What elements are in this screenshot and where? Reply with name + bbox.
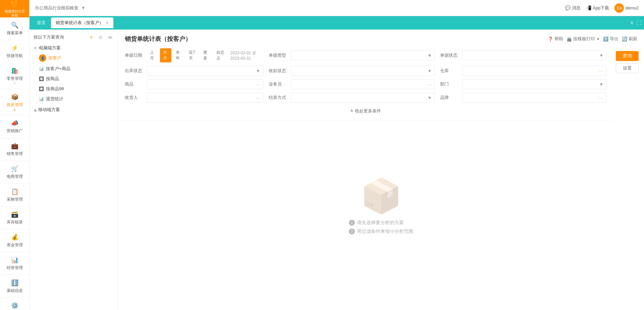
empty-illustration: 📦: [360, 176, 402, 216]
hint-text-1: 请先选择要分析的方案: [357, 220, 404, 226]
topbar-right: 💬 消息 📲 App下载 Ea demo2: [565, 3, 639, 13]
collapse-panel-btn[interactable]: ≪: [106, 34, 114, 41]
quick-nav-icon: ⚡: [11, 44, 18, 52]
sales-mgmt-icon: 💼: [11, 142, 18, 150]
salesperson-input[interactable]: ···: [291, 79, 435, 89]
warehouse-input[interactable]: ···: [462, 66, 606, 76]
order-type-select[interactable]: ▼: [291, 50, 435, 60]
order-type-label: 单据类型: [269, 52, 289, 58]
warehouse-dots: ···: [599, 68, 603, 73]
order-type-arrow: ▼: [428, 53, 432, 58]
main-area: 办公用品行业模拟账套 ▼ 💬 消息 📲 App下载 Ea demo2 首页: [30, 0, 644, 310]
sidebar-item-quick-nav[interactable]: ⚡ 快捷导航: [0, 40, 30, 63]
salesperson-dots: ···: [427, 82, 432, 87]
page-title: 销货单统计表（按客户）: [125, 35, 191, 43]
sidebar-item-wholesale[interactable]: 📦 批发管理 ▲: [0, 89, 30, 115]
topbar-left: 办公用品行业模拟账套 ▼: [35, 5, 86, 11]
brand-input[interactable]: ···: [462, 93, 606, 103]
message-btn[interactable]: 💬 消息: [565, 5, 581, 11]
dropdown-arrow-icon[interactable]: ▼: [81, 5, 86, 10]
hint-text-2: 用过滤条件来缩小分析范围: [357, 228, 413, 235]
window-controls: ✕ ⛶: [630, 20, 641, 25]
tree-group-desktop[interactable]: ▼ 电脑端方案: [30, 44, 118, 52]
by-customer-product-icon: 📊: [39, 66, 44, 71]
tree-item-by-product-99[interactable]: 🔲 按商品99: [30, 84, 118, 94]
brand-dots: ···: [599, 95, 603, 100]
sidebar-item-system[interactable]: ⚙️ 系统管理: [0, 298, 30, 310]
sidebar-item-ecommerce[interactable]: 🛒 电商管理: [0, 161, 30, 184]
industry-label: 办公用品行业模拟账套: [35, 5, 78, 11]
content-area: 按以下方案查询 + ⊙ ≪ ▼ 电脑端方案 👤 按客户 📊 按客户+商品: [30, 30, 644, 310]
sidebar-item-sales-mgmt[interactable]: 💼 销售管理: [0, 138, 30, 161]
sidebar-item-marketing[interactable]: 📣 营销推广: [0, 115, 30, 138]
empty-hint-1: 1 请先选择要分析的方案: [349, 220, 413, 226]
collect-status-select[interactable]: ▼: [291, 66, 435, 76]
tree-item-by-customer-product[interactable]: 📊 按客户+商品: [30, 64, 118, 74]
sidebar-item-inventory[interactable]: 🗃️ 库存核算: [0, 207, 30, 229]
out-status-select[interactable]: ▼: [147, 66, 263, 76]
tree-group-label-mobile: 移动端方案: [38, 107, 60, 113]
user-profile[interactable]: Ea demo2: [614, 3, 639, 13]
filter-department-col: 部门 ▼: [440, 79, 606, 89]
sidebar-item-purchase[interactable]: 📋 采购管理: [0, 184, 30, 207]
filter-settlement-col: 结算方式 ▼: [269, 93, 435, 103]
sidebar: 🧡 畅捷通好生意 标版 🔍 搜索菜单 ⚡ 快捷导航 🛍️ 零售管理 ▼ 📦 批发…: [0, 0, 30, 310]
window-maximize-icon[interactable]: ⛶: [637, 20, 641, 25]
tab-close-icon[interactable]: ✕: [106, 21, 109, 25]
collapse-row[interactable]: ∧ 收起更多条件: [125, 106, 606, 116]
tree-item-by-product[interactable]: 🔲 按商品: [30, 74, 118, 84]
settlement-select[interactable]: ▼: [291, 93, 435, 103]
refresh-icon: 🔄: [622, 37, 627, 42]
date-btn-custom[interactable]: 自定义: [213, 48, 228, 62]
order-status-arrow: ▼: [599, 53, 603, 58]
date-btn-this-year[interactable]: 本年: [173, 48, 184, 62]
tree-arrow-mobile: ▶: [33, 108, 37, 111]
filter-out-status-col: 出库状态 ▼: [125, 66, 263, 76]
tree-item-by-customer[interactable]: 👤 按客户: [30, 52, 118, 64]
export-btn[interactable]: ⬆️ 导出: [603, 36, 619, 42]
sidebar-item-operations[interactable]: 📊 经营管理: [0, 252, 30, 275]
filter-date-col: 单据日期 上月 本月 本年 近7天 更多 自定义 2023-03-01 至 20…: [125, 48, 263, 62]
empty-hints: 1 请先选择要分析的方案 2 用过滤条件来缩小分析范围: [349, 220, 413, 235]
date-btn-this-month[interactable]: 本月: [160, 48, 172, 62]
date-btn-last-7[interactable]: 近7天: [186, 48, 199, 62]
action-buttons: 查询 设置: [613, 46, 644, 120]
date-btn-last-month[interactable]: 上月: [147, 48, 159, 62]
query-button[interactable]: 查询: [616, 51, 639, 61]
order-status-select[interactable]: ▼: [462, 50, 606, 60]
out-status-label: 出库状态: [125, 68, 145, 74]
refresh-btn[interactable]: 🔄 刷新: [622, 36, 637, 42]
receiver-input[interactable]: ···: [147, 93, 263, 103]
date-btn-more[interactable]: 更多: [200, 48, 212, 62]
tree-item-return-stats[interactable]: 📊 退货统计: [30, 94, 118, 104]
tree-group-mobile[interactable]: ▶ 移动端方案: [30, 105, 118, 114]
by-product-icon: 🔲: [39, 76, 44, 81]
sidebar-item-search-menu[interactable]: 🔍 搜索菜单: [0, 17, 30, 40]
edit-scheme-btn[interactable]: ⊙: [97, 34, 104, 41]
department-select[interactable]: ▼: [462, 79, 606, 89]
template-print-btn[interactable]: 🖨️ 按模板打印 ▼: [567, 36, 600, 42]
hint-num-2: 2: [349, 228, 355, 235]
filter-collect-status-col: 收款状态 ▼: [269, 66, 435, 76]
product-input[interactable]: ···: [147, 79, 263, 89]
wholesale-icon: 📦: [11, 93, 18, 101]
app-download-btn[interactable]: 📲 App下载: [586, 5, 609, 11]
sidebar-item-retail[interactable]: 🛍️ 零售管理 ▼: [0, 63, 30, 89]
sidebar-item-basic-info[interactable]: ℹ️ 基础信息: [0, 275, 30, 298]
tree-arrow-desktop: ▼: [34, 46, 37, 50]
filter-warehouse-col: 仓库 ···: [440, 66, 606, 76]
add-scheme-btn[interactable]: +: [88, 34, 95, 41]
app-download-icon: 📲: [586, 5, 591, 10]
basic-info-icon: ℹ️: [11, 279, 18, 287]
help-btn[interactable]: ❓ 帮助: [548, 36, 563, 42]
window-close-icon[interactable]: ✕: [630, 20, 634, 25]
tab-sales-stats[interactable]: 销货单统计表（按客户） ✕: [51, 17, 113, 28]
collect-status-arrow: ▼: [428, 68, 432, 73]
finance-icon: 💰: [11, 234, 18, 241]
date-input: 上月 本月 本年 近7天 更多 自定义 2023-03-01 至 2023-03…: [147, 48, 263, 62]
avatar: Ea: [614, 3, 624, 13]
print-dropdown-icon: ▼: [596, 37, 600, 41]
tab-home[interactable]: 首页: [32, 17, 50, 28]
settings-button[interactable]: 设置: [616, 63, 639, 73]
sidebar-item-finance[interactable]: 💰 资金管理: [0, 229, 30, 252]
